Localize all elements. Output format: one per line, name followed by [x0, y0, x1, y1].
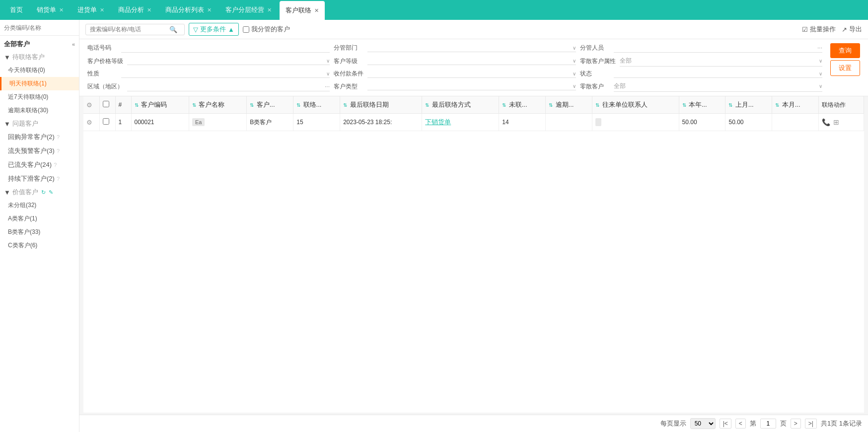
sidebar-item-warning[interactable]: 流失预警客户(3) ? — [0, 144, 79, 158]
nav-purchase[interactable]: 进货单 ✕ — [72, 0, 110, 20]
row-gear-icon[interactable]: ⚙ — [86, 119, 92, 126]
sort-contact-person-icon: ⇅ — [595, 102, 599, 108]
settings-btn[interactable]: 设置 — [830, 60, 860, 76]
sidebar-item-declining[interactable]: 持续下滑客户(2) ? — [0, 172, 79, 186]
td-last-method: 下销货单 — [422, 114, 499, 131]
sort-last-date-icon: ⇅ — [343, 102, 347, 108]
filter-btn[interactable]: ▽ 更多条件 ▲ — [189, 23, 239, 36]
gear-header-icon[interactable]: ⚙ — [86, 101, 92, 109]
close-customer-contact-icon[interactable]: ✕ — [314, 7, 319, 14]
sidebar-search-input[interactable] — [4, 24, 78, 31]
collapse-icon[interactable]: « — [72, 41, 75, 47]
customer-table: ⚙ # ⇅ 客户编码 ⇅ 客户名称 — [83, 96, 864, 131]
sidebar-item-overdue[interactable]: 逾期未联络(30) — [0, 104, 79, 117]
th-contacts: ⇅ 联络... — [293, 96, 340, 114]
td-actions: 📞 ⊞ — [819, 114, 864, 131]
status-chevron-icon: ∨ — [819, 71, 822, 76]
row-checkbox[interactable] — [103, 118, 109, 125]
sidebar-item-week[interactable]: 近7天待联络(0) — [0, 90, 79, 104]
sort-last-method-icon: ⇅ — [425, 102, 429, 108]
sort-uncontacted-icon: ⇅ — [502, 102, 506, 108]
export-btn[interactable]: ↗ 导出 — [842, 25, 862, 34]
page-input[interactable] — [760, 419, 776, 429]
sidebar-item-b[interactable]: B类客户(33) — [0, 225, 79, 239]
filter-status-label: 状态 — [580, 70, 610, 78]
query-btn[interactable]: 查询 — [830, 43, 860, 58]
sidebar-item-c[interactable]: C类客户(6) — [0, 239, 79, 252]
customer-name-tag: Ea — [192, 118, 205, 126]
content-area: 🔍 ▽ 更多条件 ▲ 我分管的客户 ☑ 批量操作 ↗ 导出 — [79, 20, 868, 432]
filter-chevron-icon: ▲ — [228, 26, 234, 33]
last-method-link[interactable]: 下销货单 — [425, 118, 451, 126]
main-layout: 🔍 全部客户 « ▼ 待联络客户 今天待联络(0) 明天待联络(1) 近7天待联… — [0, 20, 868, 432]
td-code: 000021 — [131, 114, 189, 131]
sidebar-item-lost[interactable]: 已流失客户(24) ? — [0, 158, 79, 172]
filter-region: 区域（地区） ··· — [87, 82, 330, 91]
phone-action-icon[interactable]: 📞 — [822, 118, 830, 126]
close-customer-tier-icon[interactable]: ✕ — [267, 7, 272, 13]
nav-product-analysis-list[interactable]: 商品分析列表 ✕ — [159, 0, 217, 20]
sidebar: 🔍 全部客户 « ▼ 待联络客户 今天待联络(0) 明天待联络(1) 近7天待联… — [0, 20, 79, 432]
nav-customer-tier[interactable]: 客户分层经营 ✕ — [219, 0, 278, 20]
batch-ops-btn[interactable]: ☑ 批量操作 — [802, 25, 836, 34]
prev-page-btn[interactable]: < — [735, 419, 746, 429]
edit-value-icon[interactable]: ✎ — [49, 189, 53, 196]
help-icon-3[interactable]: ? — [57, 176, 60, 182]
th-name: ⇅ 客户名称 — [189, 96, 246, 114]
close-product-analysis-list-icon[interactable]: ✕ — [207, 7, 212, 13]
search-btn[interactable]: 🔍 — [169, 26, 177, 33]
help-icon-1[interactable]: ? — [57, 148, 60, 154]
filter-price-grade-label: 客户价格等级 — [87, 57, 123, 66]
filter-manager: 分管人员 ··· — [580, 43, 822, 53]
filter-payment-select[interactable]: ∨ — [367, 70, 576, 78]
th-gear: ⚙ — [83, 96, 99, 114]
filter-phone-input[interactable] — [121, 43, 330, 53]
search-input[interactable] — [90, 26, 169, 33]
filter-customer-type-select[interactable]: ∨ — [367, 82, 576, 90]
sort-this-month-icon: ⇅ — [775, 102, 779, 108]
next-page-btn[interactable]: > — [791, 419, 801, 429]
manager-dots-icon: ··· — [817, 44, 822, 51]
sort-name-icon: ⇅ — [192, 102, 196, 108]
filter-phone: 电话号码 — [87, 43, 330, 53]
filter-nature-select[interactable]: ∨ — [121, 70, 330, 78]
grid-action-icon[interactable]: ⊞ — [833, 118, 839, 126]
filter-retail-select[interactable]: 全部 ∨ — [614, 81, 822, 92]
help-icon-0[interactable]: ? — [57, 134, 60, 140]
select-all-checkbox[interactable] — [103, 101, 109, 107]
filter-retail: 零散客户 全部 ∨ — [580, 81, 822, 92]
td-contacts: 15 — [293, 114, 340, 131]
td-index: 1 — [115, 114, 131, 131]
nav-sales[interactable]: 销货单 ✕ — [31, 0, 70, 20]
filter-retail-attr-select[interactable]: 全部 ∨ — [620, 56, 822, 67]
sidebar-item-today[interactable]: 今天待联络(0) — [0, 64, 79, 77]
help-icon-2[interactable]: ? — [54, 162, 57, 168]
filter-region-label: 区域（地区） — [87, 82, 123, 91]
filter-status-select[interactable]: ∨ — [614, 70, 822, 78]
sidebar-item-a[interactable]: A类客户(1) — [0, 212, 79, 225]
td-gear: ⚙ — [83, 114, 99, 131]
refresh-value-icon[interactable]: ↻ — [41, 189, 46, 196]
sidebar-item-ungrouped[interactable]: 未分组(32) — [0, 199, 79, 212]
filter-price-grade-select[interactable]: ∨ — [127, 57, 330, 65]
nav-home[interactable]: 首页 — [4, 0, 29, 20]
sort-type-icon: ⇅ — [250, 102, 254, 108]
filter-dept-select[interactable]: ∨ — [367, 44, 576, 52]
close-product-analysis-icon[interactable]: ✕ — [147, 7, 151, 13]
table-header-row: ⚙ # ⇅ 客户编码 ⇅ 客户名称 — [83, 96, 864, 114]
filter-region-select[interactable]: ··· — [127, 82, 330, 91]
filter-customer-grade-select[interactable]: ∨ — [367, 57, 576, 65]
nav-customer-contact[interactable]: 客户联络 ✕ — [280, 1, 325, 20]
nav-product-analysis[interactable]: 商品分析 ✕ — [112, 0, 157, 20]
th-contact-person: ⇅ 往来单位联系人 — [592, 96, 679, 114]
filter-manager-select[interactable]: ··· — [614, 43, 822, 53]
last-page-btn[interactable]: >| — [805, 419, 817, 429]
sidebar-item-tomorrow[interactable]: 明天待联络(1) — [0, 77, 79, 90]
close-purchase-icon[interactable]: ✕ — [100, 7, 104, 13]
sidebar-item-abnormal[interactable]: 回购异常客户(2) ? — [0, 130, 79, 144]
my-customers-checkbox[interactable] — [243, 26, 249, 33]
first-page-btn[interactable]: |< — [720, 419, 731, 429]
close-sales-icon[interactable]: ✕ — [59, 7, 64, 13]
per-page-select[interactable]: 50 10 20 100 — [690, 418, 716, 429]
batch-ops-icon: ☑ — [802, 26, 808, 33]
